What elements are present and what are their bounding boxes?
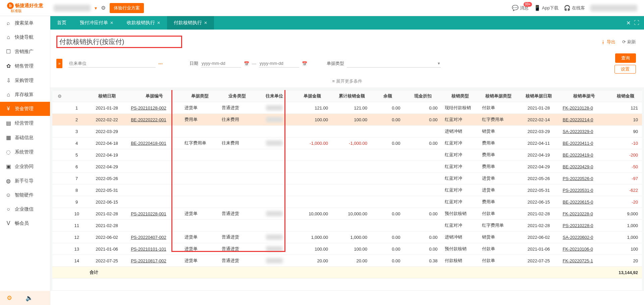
doc-link[interactable]: PS-20210228-001	[131, 211, 166, 216]
sidebar-item-9[interactable]: ◌系统管理	[0, 145, 50, 159]
settings-button[interactable]: 设置	[614, 65, 636, 74]
vdoc-link[interactable]: FK-20210106-0	[563, 247, 593, 252]
table-row[interactable]: 132021-01-06PS-20210101-101进货单普通进货100.00…	[52, 243, 642, 255]
settings-icon[interactable]: ⚙	[7, 294, 12, 302]
doc-link[interactable]: PS-20210101-101	[131, 247, 166, 252]
tab-0[interactable]: 首页	[50, 16, 73, 30]
online-service-link[interactable]: 🎧 在线客	[564, 5, 585, 11]
sidebar-item-6[interactable]: ¥资金管理	[0, 102, 50, 116]
sidebar-item-5[interactable]: ⌂库存核算	[0, 88, 50, 102]
col-vdate[interactable]: 核销单据日期	[518, 90, 559, 102]
vdoc-link[interactable]: FK-20210128-0	[563, 105, 593, 111]
vdoc-link[interactable]: SA-20220329-0	[563, 129, 593, 134]
close-icon[interactable]: ✕	[204, 20, 207, 25]
table-row[interactable]: 72022-05-26红蓝对冲进货单2022-05-26PS-20220526-…	[52, 173, 642, 184]
sidebar-item-7[interactable]: ▤经营管理	[0, 116, 50, 130]
close-icon[interactable]: ✕	[110, 20, 113, 25]
col-vdoc[interactable]: 核销单据号	[559, 90, 609, 102]
chevron-down-icon[interactable]: ▾	[95, 5, 97, 11]
sidebar-item-11[interactable]: ◍新手引导	[0, 174, 50, 188]
messages-link[interactable]: 💬 消息 99+	[512, 5, 529, 11]
cell-bal	[371, 149, 405, 161]
sidebar-item-1[interactable]: ⌂快捷导航	[0, 30, 50, 44]
col-disc[interactable]: 现金折扣	[405, 90, 442, 102]
calendar-icon[interactable]: 📅	[244, 61, 249, 66]
vdoc-link[interactable]: BE-20220411-0	[563, 141, 593, 146]
sidebar-item-14[interactable]: V畅会员	[0, 216, 50, 230]
col-cum[interactable]: 累计核销金额	[332, 90, 371, 102]
table-row[interactable]: 142022-07-25PS-20210817-002进货单普通进货20.002…	[52, 255, 642, 267]
tab-2[interactable]: 收款核销执行✕	[120, 16, 167, 30]
app-download-link[interactable]: 📱 App下载	[534, 5, 558, 11]
vdoc-link[interactable]: PS-20220526-0	[563, 176, 593, 181]
sidebar-item-13[interactable]: ○企业微信	[0, 202, 50, 216]
vdoc-link[interactable]: BE-20220419-0	[563, 152, 593, 158]
query-button[interactable]: 查询	[615, 53, 636, 63]
col-amt[interactable]: 单据金额	[293, 90, 332, 102]
cell-index: 1	[67, 102, 86, 114]
experience-button[interactable]: 体验行业方案	[110, 3, 144, 13]
vdoc-link[interactable]: FK-20210228-0	[563, 211, 593, 216]
sidebar-item-2[interactable]: ☐营销推广	[0, 44, 50, 59]
doc-link[interactable]: PS-20210128-002	[131, 105, 166, 111]
table-row[interactable]: 42022-04-18BE-20220418-001红字费用单往来费用-1,00…	[52, 137, 642, 149]
vdoc-link[interactable]: BE-20220214-0	[563, 117, 593, 122]
table-row[interactable]: 32022-03-29进销冲销销货单2022-03-29SA-20220329-…	[52, 126, 642, 137]
col-doc[interactable]: 单据编号	[127, 90, 181, 102]
vdoc-link[interactable]: BE-20220429-0	[563, 164, 593, 169]
sidebar-item-4[interactable]: ⇩采购管理	[0, 73, 50, 88]
vdoc-link[interactable]: PS-20220531-0	[563, 188, 593, 193]
table-row[interactable]: 102021-02-28PS-20210228-001进货单普通进货10,000…	[52, 208, 642, 220]
party-picker-icon[interactable]: ⋯	[158, 61, 163, 66]
refresh-link[interactable]: ⟳ 刷新	[622, 39, 636, 45]
tab-3[interactable]: 付款核销执行✕	[167, 16, 214, 30]
table-row[interactable]: 62022-04-29红蓝对冲费用单2022-04-29BE-20220429-…	[52, 161, 642, 173]
speaker-icon[interactable]: 🔈	[25, 294, 33, 302]
table-row[interactable]: 52022-04-19红蓝对冲费用单2022-04-19BE-20220419-…	[52, 149, 642, 161]
vdoc-link[interactable]: BE-20220615-0	[563, 200, 593, 205]
table-row[interactable]: 12021-01-28PS-20210128-002进货单普通进货121.001…	[52, 102, 642, 114]
col-btype[interactable]: 业务类型	[218, 90, 256, 102]
col-date[interactable]: 核销日期	[86, 90, 127, 102]
col-vdt[interactable]: 核销单据类型	[479, 90, 518, 102]
col-dtype[interactable]: 单据类型	[181, 90, 218, 102]
doc-link[interactable]: BE-20220418-001	[131, 141, 166, 146]
table-row[interactable]: 92022-06-15红蓝对冲费用单2022-06-15BE-20220615-…	[52, 196, 642, 208]
table-row[interactable]: 122022-06-02PS-20220407-002进货单普通进货1,000.…	[52, 231, 642, 243]
sidebar-item-8[interactable]: ▦基础信息	[0, 130, 50, 145]
table-settings-icon[interactable]: ⚙	[58, 94, 62, 99]
close-all-icon[interactable]: ✕	[626, 20, 631, 26]
expand-filters-toggle[interactable]: ≡ 展开更多条件	[50, 77, 644, 88]
col-vt[interactable]: 核销类型	[441, 90, 479, 102]
calendar-icon[interactable]: 📅	[302, 61, 307, 66]
vdoc-link[interactable]: PS-20210228-0	[563, 223, 593, 228]
vdoc-link[interactable]: FK-20220725-1	[563, 258, 593, 263]
doc-link[interactable]: PS-20210817-002	[131, 258, 166, 263]
sidebar-item-0[interactable]: ⌕搜索菜单	[0, 16, 50, 30]
table-row[interactable]: 22022-02-22BE-20220222-001费用单往来费用100.001…	[52, 114, 642, 126]
sidebar-item-label: 新手引导	[15, 178, 34, 184]
date-from-input[interactable]	[201, 59, 241, 68]
doc-link[interactable]: PS-20220407-002	[131, 235, 166, 240]
date-to-input[interactable]	[259, 59, 299, 68]
fullscreen-icon[interactable]: ⛶	[634, 20, 639, 26]
gear-icon[interactable]: ⚙	[101, 5, 106, 11]
table-row[interactable]: 112021-02-28红蓝对冲红字费用单2021-02-28PS-202102…	[52, 220, 642, 231]
collapse-filter-button[interactable]: »	[56, 59, 62, 68]
sidebar-item-12[interactable]: ☺智能硬件	[0, 188, 50, 202]
tab-label: 首页	[57, 20, 66, 26]
col-vamt[interactable]: 核销金额	[609, 90, 642, 102]
export-link[interactable]: ⭳ 导出	[601, 39, 615, 45]
doc-link[interactable]: BE-20220222-001	[131, 117, 166, 122]
close-icon[interactable]: ✕	[157, 20, 160, 25]
cell-cum: 10,000.00	[332, 208, 371, 220]
vdoc-link[interactable]: SA-20220602-0	[563, 235, 593, 240]
table-row[interactable]: 82022-05-31红蓝对冲进货单2022-05-31PS-20220531-…	[52, 184, 642, 196]
sidebar-item-10[interactable]: ▣企业协同	[0, 159, 50, 174]
col-bal[interactable]: 余额	[371, 90, 405, 102]
col-party[interactable]: 往来单位	[256, 90, 293, 102]
sidebar-item-3[interactable]: ✿销售管理	[0, 59, 50, 73]
tab-1[interactable]: 预付冲应付单✕	[73, 16, 120, 30]
doc-type-select[interactable]: ▾	[347, 59, 441, 68]
party-input[interactable]	[68, 59, 156, 68]
